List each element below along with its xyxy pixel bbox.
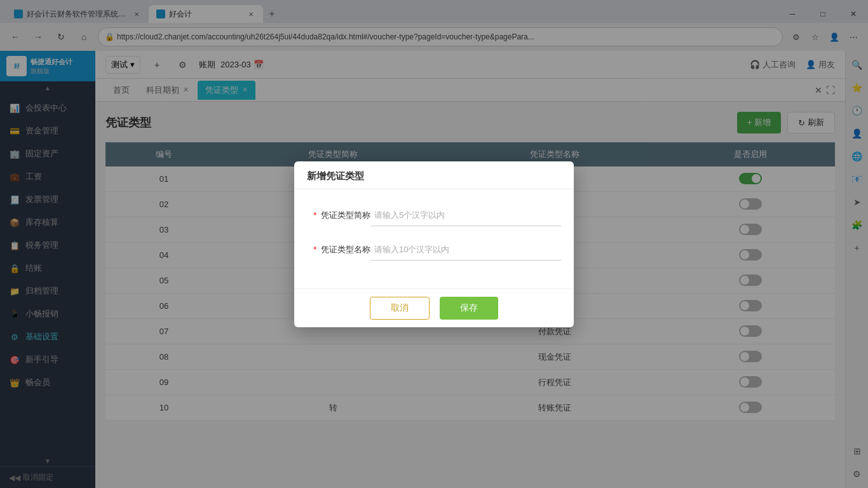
dialog-header: 新增凭证类型 xyxy=(294,161,574,189)
short-name-label: * 凭证类型简称 xyxy=(307,210,370,221)
dialog-footer: 取消 保存 xyxy=(294,288,574,327)
dialog-body: * 凭证类型简称 * 凭证类型名称 xyxy=(294,189,574,288)
form-row-full: * 凭证类型名称 xyxy=(307,239,561,261)
modal-overlay: 新增凭证类型 * 凭证类型简称 * 凭证类型名称 取消 保存 xyxy=(0,0,868,488)
full-name-input[interactable] xyxy=(370,239,561,261)
form-row-short: * 凭证类型简称 xyxy=(307,205,561,226)
full-name-label: * 凭证类型名称 xyxy=(307,244,370,255)
required-mark-2: * xyxy=(313,245,316,254)
cancel-button[interactable]: 取消 xyxy=(370,297,430,320)
short-name-input[interactable] xyxy=(370,205,561,226)
new-voucher-dialog: 新增凭证类型 * 凭证类型简称 * 凭证类型名称 取消 保存 xyxy=(294,161,574,327)
required-mark: * xyxy=(313,210,316,220)
save-button[interactable]: 保存 xyxy=(440,297,498,320)
dialog-title: 新增凭证类型 xyxy=(307,170,364,182)
